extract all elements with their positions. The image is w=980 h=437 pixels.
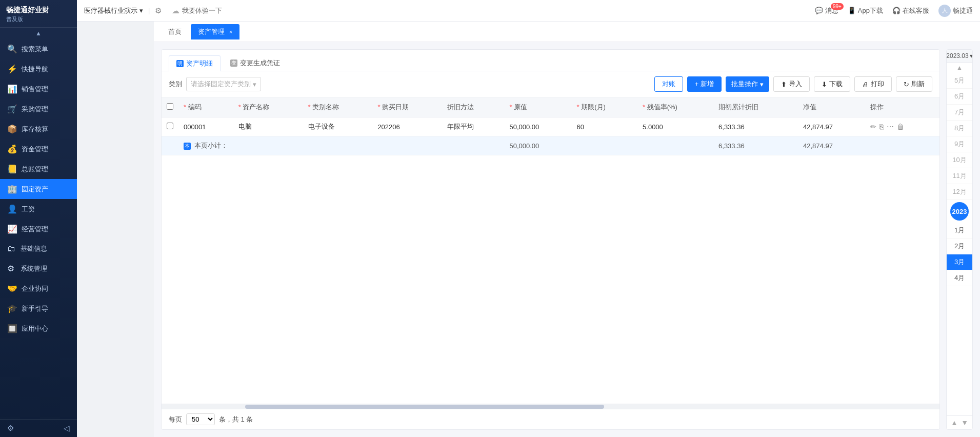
filter-category-select[interactable]: 请选择固定资产类别 ▾ (186, 77, 261, 91)
sidebar-item-payroll[interactable]: 👤 工资 (0, 199, 77, 219)
sidebar-item-operations[interactable]: 📈 经营管理 (0, 219, 77, 239)
calendar-month-7[interactable]: 7月 (947, 105, 972, 121)
tab-home[interactable]: 首页 (161, 24, 189, 39)
print-button[interactable]: 🖨 打印 (854, 76, 892, 92)
calendar-month-6[interactable]: 6月 (947, 89, 972, 105)
sub-tab-asset-detail[interactable]: 明 资产明细 (169, 55, 221, 71)
tab-asset-management-close[interactable]: × (229, 29, 232, 35)
table-scrollbar-thumb[interactable] (245, 405, 604, 409)
ledger-icon: 📒 (7, 164, 17, 174)
calendar-month-12[interactable]: 12月 (947, 184, 972, 200)
th-code: 编码 (178, 97, 233, 117)
collapse-icon[interactable]: ◁ (64, 424, 70, 433)
calendar-month-5[interactable]: 5月 (947, 73, 972, 89)
th-name: 资产名称 (233, 97, 303, 117)
sidebar-item-label-guide: 新手引导 (22, 304, 48, 313)
refresh-button[interactable]: ↻ 刷新 (896, 76, 932, 92)
per-page-select[interactable]: 50 100 200 (186, 413, 215, 425)
sidebar-item-ledger[interactable]: 📒 总账管理 (0, 159, 77, 179)
more-icon[interactable]: ⋯ (887, 123, 894, 131)
row-name: 电脑 (233, 117, 303, 136)
sidebar-scroll-up[interactable]: ▲ (0, 28, 77, 39)
subtotal-label: 本 本页小计： (178, 136, 504, 155)
download-button[interactable]: ⬇ 下载 (814, 76, 850, 92)
subtotal-net-value: 42,874.97 (798, 136, 865, 155)
tab-home-label: 首页 (168, 28, 182, 35)
search-icon: 🔍 (7, 44, 17, 54)
reconcile-button[interactable]: 对账 (654, 76, 683, 92)
sidebar-nav: 🔍 搜索菜单 ⚡ 快捷导航 📊 销售管理 🛒 采购管理 📦 库存核算 💰 资金管… (0, 39, 77, 419)
row-select-checkbox[interactable] (167, 123, 173, 129)
total-label: 条，共 1 条 (219, 415, 253, 424)
content-area: 明 资产明细 变 变更生成凭证 类别 请选择固定资产类别 ▾ 对账 + 新增 (154, 42, 980, 437)
row-category: 电子设备 (303, 117, 373, 136)
calendar-scroll-up[interactable]: ▲ (947, 63, 972, 73)
th-checkbox (162, 97, 178, 117)
sidebar-item-basic[interactable]: 🗂 基础信息 (0, 239, 77, 259)
settings-bottom-icon[interactable]: ⚙ (7, 424, 14, 433)
th-residual-rate: 残值率(%) (637, 97, 713, 117)
calendar-month-10[interactable]: 10月 (947, 152, 972, 168)
per-page-label: 每页 (169, 415, 182, 424)
calendar-year-badge[interactable]: 2023 (950, 202, 969, 221)
sub-tab-voucher[interactable]: 变 变更生成凭证 (223, 55, 288, 71)
batch-operation-dropdown-icon: ▾ (760, 81, 764, 88)
table-scrollbar[interactable] (162, 404, 939, 409)
tab-asset-management-label: 资产管理 (198, 28, 225, 35)
sidebar-item-guide[interactable]: 🎓 新手引导 (0, 299, 77, 319)
sidebar-item-funds[interactable]: 💰 资金管理 (0, 139, 77, 159)
sidebar-item-inventory[interactable]: 📦 库存核算 (0, 119, 77, 139)
sub-tab-asset-detail-label: 资产明细 (186, 59, 213, 68)
download-icon: ⬇ (822, 81, 827, 88)
sidebar-item-quicknav[interactable]: ⚡ 快捷导航 (0, 59, 77, 79)
batch-operation-label: 批量操作 (731, 80, 758, 89)
subtotal-original-value: 50,000.00 (504, 136, 571, 155)
sidebar-item-search[interactable]: 🔍 搜索菜单 (0, 39, 77, 59)
apps-icon: 🔲 (7, 324, 17, 333)
calendar-month-1[interactable]: 1月 (947, 223, 972, 239)
delete-icon[interactable]: 🗑 (897, 123, 904, 131)
tab-asset-management[interactable]: 资产管理 × (191, 24, 239, 39)
calendar-header-dropdown-icon: ▾ (970, 52, 973, 59)
sales-icon: 📊 (7, 84, 17, 94)
toolbar-right: 对账 + 新增 批量操作 ▾ ⬆ 导入 ⬇ 下载 🖨 (654, 76, 932, 92)
quicknav-icon: ⚡ (7, 64, 17, 74)
calendar-months: 5月 6月 7月 8月 9月 10月 11月 12月 2023 1月 2月 3月… (947, 73, 972, 415)
row-purchase-date: 202206 (372, 117, 442, 136)
calendar-month-4[interactable]: 4月 (947, 270, 972, 286)
edit-icon[interactable]: ✏ (870, 123, 876, 131)
calendar-month-9[interactable]: 9月 (947, 136, 972, 152)
calendar-up-arrow[interactable]: ▲ (951, 419, 958, 427)
subtotal-text: 本页小计： (194, 142, 228, 149)
calendar-down-arrow[interactable]: ▼ (961, 419, 968, 427)
row-accumulated-depreciation: 6,333.36 (713, 117, 798, 136)
sidebar-item-label-search: 搜索菜单 (22, 45, 48, 54)
calendar-month-3[interactable]: 3月 (947, 254, 972, 270)
import-button[interactable]: ⬆ 导入 (773, 76, 810, 92)
sidebar-item-enterprise[interactable]: 🤝 企业协同 (0, 279, 77, 299)
sidebar-item-label-basic: 基础信息 (21, 244, 47, 253)
calendar-month-2[interactable]: 2月 (947, 239, 972, 254)
refresh-icon: ↻ (904, 81, 909, 88)
sidebar-item-system[interactable]: ⚙ 系统管理 (0, 259, 77, 279)
sidebar-bottom: ⚙ ◁ (0, 419, 77, 437)
calendar-month-11[interactable]: 11月 (947, 168, 972, 184)
enterprise-icon: 🤝 (7, 284, 17, 293)
calendar-panel: 2023.03 ▾ ▲ 5月 6月 7月 8月 9月 10月 11月 12月 2… (946, 49, 973, 430)
new-button[interactable]: + 新增 (687, 76, 722, 92)
sidebar-item-fixed-assets[interactable]: 🏢 固定资产 (0, 179, 77, 199)
filter-category-dropdown-icon: ▾ (253, 81, 256, 88)
calendar-month-8[interactable]: 8月 (947, 121, 972, 136)
batch-operation-button[interactable]: 批量操作 ▾ (726, 76, 769, 92)
sidebar-item-apps[interactable]: 🔲 应用中心 (0, 319, 77, 339)
sidebar-item-purchase[interactable]: 🛒 采购管理 (0, 99, 77, 119)
sidebar-item-label-enterprise: 企业协同 (22, 284, 48, 293)
th-period: 期限(月) (572, 97, 638, 117)
copy-icon[interactable]: ⎘ (879, 123, 884, 131)
fixed-assets-icon: 🏢 (7, 184, 17, 194)
refresh-label: 刷新 (911, 80, 925, 89)
sidebar-item-sales[interactable]: 📊 销售管理 (0, 79, 77, 99)
th-original-value: 原值 (504, 97, 571, 117)
select-all-checkbox[interactable] (167, 103, 173, 110)
th-purchase-date: 购买日期 (372, 97, 442, 117)
